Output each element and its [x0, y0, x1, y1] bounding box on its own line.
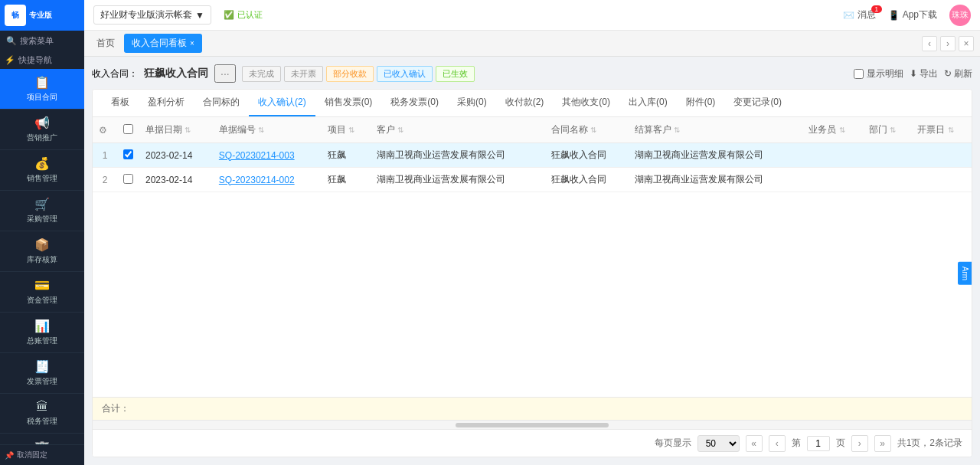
- sort-date-icon[interactable]: ⇅: [185, 126, 191, 134]
- tab-close-button[interactable]: ×: [190, 39, 194, 47]
- code-link-1[interactable]: SQ-20230214-003: [219, 150, 295, 161]
- sort-contract-icon[interactable]: ⇅: [590, 126, 596, 134]
- tab-profit[interactable]: 盈利分析: [139, 90, 194, 116]
- settings-icon[interactable]: ⚙: [99, 125, 107, 136]
- scroll-area[interactable]: [93, 420, 972, 429]
- tab-contract-item[interactable]: 合同标的: [194, 90, 249, 116]
- sidebar-item-invoice[interactable]: 🧾 发票管理: [0, 353, 84, 394]
- page-next-button[interactable]: ›: [851, 435, 868, 452]
- show-detail-checkbox[interactable]: [854, 69, 864, 79]
- sidebar-item-assets[interactable]: 🏢 固定资产: [0, 434, 84, 444]
- tab-other-income[interactable]: 其他收支(0): [553, 90, 619, 116]
- export-button[interactable]: ⬇ 导出: [910, 67, 938, 80]
- nav-close-button[interactable]: ×: [959, 36, 974, 51]
- tab-attachment[interactable]: 附件(0): [677, 90, 725, 116]
- row-dept-2: [863, 168, 912, 192]
- sidebar-item-project-contract[interactable]: 📋 项目合同: [0, 69, 84, 110]
- cert-check-icon: ✅: [224, 10, 234, 20]
- col-invoice-date: 开票日 ⇅: [911, 117, 972, 143]
- page-prev-button[interactable]: ‹: [769, 435, 786, 452]
- sidebar-item-purchase[interactable]: 🛒 采购管理: [0, 191, 84, 231]
- contract-header: 收入合同： 狂飙收入合同 ··· 未完成 未开票 部分收款 已收入确认 已生效 …: [92, 64, 972, 83]
- sidebar-item-funds[interactable]: 💳 资金管理: [0, 272, 84, 313]
- tab-sales-invoice[interactable]: 销售发票(0): [315, 90, 382, 116]
- tab-purchase[interactable]: 采购(0): [448, 90, 496, 116]
- tab-payment[interactable]: 收付款(2): [496, 90, 554, 116]
- total-info: 共1页，2条记录: [897, 437, 962, 450]
- status-tag-partial: 部分收款: [326, 66, 374, 82]
- nav-next-button[interactable]: ›: [940, 36, 956, 51]
- funds-icon: 💳: [34, 278, 50, 293]
- row-checkbox-1[interactable]: [117, 143, 139, 168]
- col-code: 单据编号 ⇅: [213, 117, 322, 143]
- select-all-checkbox[interactable]: [123, 124, 133, 134]
- total-label: 合计：: [102, 402, 129, 415]
- table-row[interactable]: 2 2023-02-14 SQ-20230214-002 狂飙 湖南卫视商业运营…: [93, 168, 972, 192]
- sales-icon: 💰: [34, 156, 50, 171]
- row-code-2[interactable]: SQ-20230214-002: [213, 168, 322, 192]
- message-button[interactable]: ✉️ 1 消息: [843, 8, 876, 21]
- tab-tax-invoice[interactable]: 税务发票(0): [381, 90, 448, 116]
- page-suffix: 页: [836, 437, 845, 450]
- app-download-button[interactable]: 📱 App下载: [888, 8, 937, 21]
- more-button[interactable]: ···: [214, 64, 236, 83]
- page-last-button[interactable]: »: [874, 435, 891, 452]
- sort-code-icon[interactable]: ⇅: [258, 126, 264, 134]
- contract-title: 狂飙收入合同: [144, 67, 208, 80]
- row-dept-1: [863, 143, 912, 168]
- page-first-button[interactable]: «: [746, 435, 763, 452]
- per-page-select[interactable]: 50 100 200: [697, 435, 740, 452]
- scroll-bar[interactable]: [456, 423, 609, 427]
- col-settle-customer: 结算客户 ⇅: [629, 117, 803, 143]
- export-icon: ⬇: [910, 68, 917, 79]
- sort-settle-icon[interactable]: ⇅: [674, 126, 680, 134]
- arm-float-button[interactable]: Arm: [958, 261, 972, 284]
- row-date-1: 2023-02-14: [139, 143, 213, 168]
- code-link-2[interactable]: SQ-20230214-002: [219, 175, 295, 185]
- sort-invoice-date-icon[interactable]: ⇅: [948, 126, 954, 134]
- pagination: 每页显示 50 100 200 « ‹ 第 页 › » 共1页，2条记录: [93, 429, 972, 457]
- sidebar-search[interactable]: 🔍 搜索菜单: [0, 31, 84, 51]
- tab-contract-board[interactable]: 收入合同看板 ×: [124, 34, 202, 53]
- status-tag-confirmed: 已收入确认: [377, 66, 433, 82]
- tab-home[interactable]: 首页: [90, 34, 121, 53]
- col-contract: 合同名称 ⇅: [545, 117, 629, 143]
- row-settle-1: 湖南卫视商业运营发展有限公司: [629, 143, 803, 168]
- company-selector[interactable]: 好业财专业版演示帐套 ▼: [93, 5, 211, 25]
- page-input[interactable]: [807, 436, 830, 451]
- row-checkbox-2[interactable]: [117, 168, 139, 192]
- sidebar-item-ledger[interactable]: 📊 总账管理: [0, 313, 84, 353]
- user-label: 珠珠: [952, 9, 969, 21]
- sidebar-logo: 畅 专业版: [0, 0, 84, 31]
- tab-warehouse[interactable]: 出入库(0): [619, 90, 677, 116]
- tab-change-log[interactable]: 变更记录(0): [724, 90, 791, 116]
- refresh-button[interactable]: ↻ 刷新: [944, 67, 972, 80]
- nav-prev-button[interactable]: ‹: [922, 36, 937, 51]
- topbar-right: ✉️ 1 消息 📱 App下载 珠珠: [843, 5, 971, 26]
- sort-project-icon[interactable]: ⇅: [348, 126, 354, 134]
- sort-salesman-icon[interactable]: ⇅: [839, 126, 845, 134]
- avatar[interactable]: 珠珠: [949, 5, 971, 26]
- sidebar-item-inventory[interactable]: 📦 库存核算: [0, 231, 84, 272]
- row-invoice-date-1: [911, 143, 972, 168]
- content-area: 收入合同： 狂飙收入合同 ··· 未完成 未开票 部分收款 已收入确认 已生效 …: [84, 57, 980, 465]
- row-code-1[interactable]: SQ-20230214-003: [213, 143, 322, 168]
- sort-dept-icon[interactable]: ⇅: [890, 126, 896, 134]
- sidebar-item-sales[interactable]: 💰 销售管理: [0, 150, 84, 191]
- row-salesman-2: [802, 168, 862, 192]
- purchase-icon: 🛒: [34, 197, 50, 211]
- tab-revenue-confirm[interactable]: 收入确认(2): [249, 90, 315, 116]
- sort-customer-icon[interactable]: ⇅: [397, 126, 403, 134]
- per-page-label: 每页显示: [655, 437, 691, 450]
- tab-kanban[interactable]: 看板: [102, 90, 139, 116]
- tabbar: 首页 收入合同看板 × ‹ › ×: [84, 31, 980, 57]
- sidebar-item-tax[interactable]: 🏛 税务管理: [0, 394, 84, 434]
- row-settle-2: 湖南卫视商业运营发展有限公司: [629, 168, 803, 192]
- table-row[interactable]: 1 2023-02-14 SQ-20230214-003 狂飙 湖南卫视商业运营…: [93, 143, 972, 168]
- pin-icon: 📌: [5, 451, 14, 460]
- sidebar-quick-nav[interactable]: ⚡ 快捷导航: [0, 51, 84, 69]
- sidebar-bottom-pin[interactable]: 📌 取消固定: [0, 444, 84, 465]
- sidebar-item-marketing[interactable]: 📢 营销推广: [0, 110, 84, 150]
- logo-char: 畅: [11, 10, 19, 21]
- company-name: 好业财专业版演示帐套: [100, 8, 192, 21]
